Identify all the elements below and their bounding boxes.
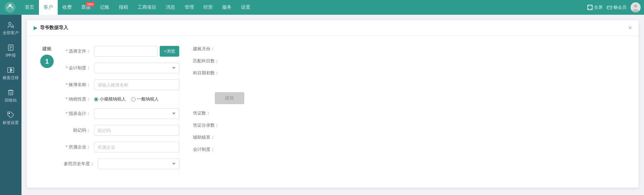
dialog-body: 建账 1 选择文件： +浏览	[27, 36, 639, 185]
build-month-row: 建账月份：	[193, 46, 266, 52]
top-navigation: 首页 客户 收费 票据 new 记账 报税 工商项目 消息 管理 经营 服务 设…	[0, 0, 644, 15]
company-label: 所属企业：	[64, 144, 94, 150]
svg-point-11	[9, 113, 10, 114]
ledger-name-label: 账簿名称：	[64, 82, 94, 88]
auxiliary-row: 辅助核算：	[193, 134, 266, 140]
nav-fees[interactable]: 收费	[58, 0, 77, 15]
accountant-label: 指派会计：	[64, 111, 94, 117]
vip-button[interactable]: 畅会员	[607, 4, 627, 10]
nav-tax[interactable]: 报税	[114, 0, 133, 15]
step-label: 建账	[42, 46, 52, 52]
svg-rect-3	[607, 6, 612, 9]
dialog-title: ▶︎ 导爷数据导入	[34, 25, 68, 31]
sidebar-item-label: 0申报	[6, 53, 16, 58]
new-badge: new	[86, 2, 95, 6]
close-button[interactable]: ×	[628, 25, 632, 31]
dialog-header: ▶︎ 导爷数据导入 ×	[27, 20, 639, 36]
import-icon: ▶︎	[34, 25, 37, 30]
tax-radio-general[interactable]	[131, 97, 136, 102]
ledger-name-input[interactable]	[94, 79, 179, 90]
step-circle: 1	[40, 55, 54, 68]
form-section: 选择文件： +浏览 会计制度：	[64, 46, 179, 175]
tax-option-general[interactable]: 一般纳税人	[131, 96, 159, 102]
voucher-entries-row: 凭证分录数：	[193, 122, 266, 128]
browse-button[interactable]: +浏览	[160, 46, 179, 57]
nav-bookkeeping[interactable]: 记账	[95, 0, 114, 15]
tax-radio-small[interactable]	[94, 97, 98, 102]
accounting-label: 会计制度：	[64, 65, 94, 71]
sidebar-item-account-migration[interactable]: 账套迁移	[0, 63, 21, 84]
history-year-row: 参照历史年度：	[64, 158, 179, 169]
match-subjects-label: 匹配科目数：	[193, 58, 227, 64]
nav-operations[interactable]: 经营	[199, 0, 217, 15]
sidebar-item-zero-declaration[interactable]: 0申报	[0, 41, 21, 62]
sidebar-item-tag-settings[interactable]: 标签设置	[0, 108, 21, 129]
nav-services[interactable]: 服务	[217, 0, 236, 15]
tax-type-label: 纳税性质：	[64, 96, 94, 102]
vouchers-row: 凭证数：	[193, 110, 266, 116]
nav-home[interactable]: 首页	[20, 0, 39, 15]
sidebar-item-all-customers[interactable]: 全部客户	[0, 18, 21, 39]
vouchers-label: 凭证数：	[193, 110, 227, 116]
top-nav-right: 全屏 畅会员	[587, 2, 641, 12]
sidebar-item-trash[interactable]: 回收站	[0, 85, 21, 107]
build-account-button[interactable]: 建账	[215, 92, 244, 104]
file-input[interactable]	[94, 46, 158, 57]
sidebar-item-label: 回收站	[5, 97, 17, 103]
nav-business-projects[interactable]: 工商项目	[133, 0, 161, 15]
memo-code-row: 助记码：	[64, 125, 179, 136]
svg-point-0	[5, 2, 15, 13]
company-input[interactable]	[94, 142, 179, 152]
company-row: 所属企业：	[64, 142, 179, 152]
sidebar-item-label: 全部客户	[3, 30, 19, 36]
nav-management[interactable]: 管理	[180, 0, 199, 15]
info-actions: 建账	[193, 85, 266, 104]
info-section: 建账月份： 匹配科目数： 科目期初数： 建账	[179, 46, 266, 175]
history-year-label: 参照历史年度：	[64, 161, 98, 167]
step-section: 建账 1	[40, 46, 54, 68]
match-subjects-row: 匹配科目数：	[193, 58, 266, 64]
auxiliary-label: 辅助核算：	[193, 134, 227, 140]
sidebar-item-label: 标签设置	[3, 120, 19, 126]
fullscreen-button[interactable]: 全屏	[587, 4, 603, 10]
nav-customers[interactable]: 客户	[39, 0, 58, 15]
dialog-card: ▶︎ 导爷数据导入 × 建账 1	[27, 20, 639, 188]
voucher-entries-label: 凭证分录数：	[193, 122, 227, 128]
memo-code-input[interactable]	[94, 125, 179, 136]
svg-rect-2	[588, 5, 592, 10]
file-input-group: +浏览	[94, 46, 179, 57]
nav-settings[interactable]: 设置	[236, 0, 255, 15]
svg-point-7	[9, 22, 11, 25]
svg-point-1	[9, 4, 11, 7]
svg-point-5	[634, 4, 637, 8]
tax-type-row: 纳税性质： 小规模纳税人 一般纳税人	[64, 96, 179, 102]
nav-invoices[interactable]: 票据 new	[77, 0, 95, 15]
accountant-select[interactable]	[94, 108, 179, 119]
sidebar-item-label: 账套迁移	[3, 75, 19, 81]
avatar[interactable]	[631, 2, 641, 12]
build-month-label: 建账月份：	[193, 46, 227, 52]
logo	[3, 1, 17, 14]
nav-items: 首页 客户 收费 票据 new 记账 报税 工商项目 消息 管理 经营 服务 设…	[20, 0, 587, 15]
file-label: 选择文件：	[64, 48, 94, 54]
main-layout: 全部客户 0申报 账套迁移 回收站	[0, 15, 644, 195]
accountant-row: 指派会计：	[64, 108, 179, 119]
history-year-select[interactable]	[98, 158, 179, 169]
accounting-system-label: 会计制度：	[193, 146, 227, 152]
tax-radio-group: 小规模纳税人 一般纳税人	[94, 96, 159, 102]
file-row: 选择文件： +浏览	[64, 46, 179, 57]
nav-messages[interactable]: 消息	[161, 0, 180, 15]
initial-subjects-row: 科目期初数：	[193, 70, 266, 76]
tax-option-small[interactable]: 小规模纳税人	[94, 96, 126, 102]
initial-subjects-label: 科目期初数：	[193, 70, 227, 76]
accounting-select[interactable]	[94, 63, 179, 73]
sidebar: 全部客户 0申报 账套迁移 回收站	[0, 15, 21, 195]
content-area: ▶︎ 导爷数据导入 × 建账 1	[21, 15, 644, 195]
accounting-row: 会计制度：	[64, 63, 179, 73]
ledger-name-row: 账簿名称：	[64, 79, 179, 90]
accounting-system-row: 会计制度：	[193, 146, 266, 152]
memo-code-label: 助记码：	[64, 127, 94, 133]
